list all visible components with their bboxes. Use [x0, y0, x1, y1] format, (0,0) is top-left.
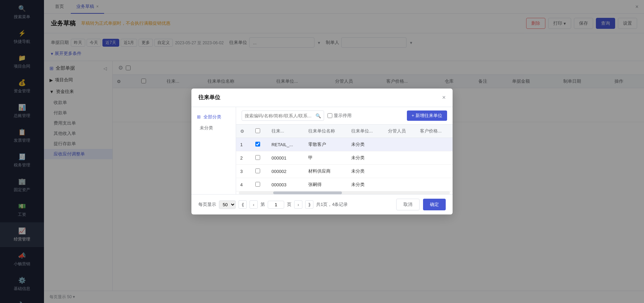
dialog-sidebar-all[interactable]: ⊞ 全部分类: [191, 111, 236, 123]
row-price: [416, 165, 453, 178]
row-manager: [384, 151, 416, 165]
dialog-table-wrap: ⚙ 往来... 往来单位名称 往来单位... 分管人员 客户价格...: [236, 125, 453, 191]
pagination: 每页显示 50 ⟪ ‹ 第 页 › ⟫ 共1页，4条记录: [198, 200, 348, 209]
page-number-input[interactable]: [268, 201, 284, 209]
dialog-header: 往来单位 ×: [191, 89, 453, 107]
dialog-table: ⚙ 往来... 往来单位名称 往来单位... 分管人员 客户价格...: [236, 125, 453, 191]
dialog-toolbar: 🔍 显示停用 + 新增往来单位: [236, 107, 453, 125]
row-name: 张嗣得: [304, 178, 347, 191]
dialog-main-area: 🔍 显示停用 + 新增往来单位 ⚙: [236, 107, 453, 194]
dialog-sidebar: ⊞ 全部分类 未分类: [191, 107, 236, 194]
row-price: [416, 178, 453, 191]
search-input[interactable]: [245, 113, 313, 118]
table-row[interactable]: 2 000001 甲 未分类: [236, 151, 453, 165]
row-code: 000003: [267, 178, 304, 191]
row-checkbox[interactable]: [255, 182, 260, 187]
show-disabled-checkbox[interactable]: [327, 113, 332, 118]
last-page-button[interactable]: ⟫: [305, 200, 313, 209]
first-page-button[interactable]: ⟪: [238, 200, 247, 209]
row-index: 4: [236, 178, 251, 191]
show-disabled-label: 显示停用: [327, 113, 352, 119]
scrollbar-thumb: [273, 191, 342, 194]
dialog-footer: 每页显示 50 ⟪ ‹ 第 页 › ⟫ 共1页，4条记录 取消 确定: [191, 194, 453, 214]
modal-overlay: 往来单位 × ⊞ 全部分类 未分类 🔍: [0, 0, 644, 303]
add-partner-button[interactable]: + 新增往来单位: [407, 110, 447, 121]
row-category: 未分类: [347, 151, 384, 165]
dialog-body: ⊞ 全部分类 未分类 🔍 显示停用 + 新增往来单位: [191, 107, 453, 194]
row-category: 未分类: [347, 165, 384, 178]
row-name: 材料供应商: [304, 165, 347, 178]
table-row[interactable]: 3 000002 材料供应商 未分类: [236, 165, 453, 178]
row-name: 甲: [304, 151, 347, 165]
row-index: 1: [236, 138, 251, 151]
row-index: 3: [236, 165, 251, 178]
row-price: [416, 138, 453, 151]
row-checkbox[interactable]: [255, 142, 260, 147]
row-name: 零散客户: [304, 138, 347, 151]
dialog-header-checkbox[interactable]: [255, 128, 260, 133]
row-code: 000001: [267, 151, 304, 165]
row-category: 未分类: [347, 178, 384, 191]
grid-icon-small: ⊞: [197, 114, 201, 119]
row-checkbox[interactable]: [255, 155, 260, 160]
search-icon: 🔍: [315, 113, 321, 118]
dcol-manager: 分管人员: [384, 125, 416, 138]
dcol-price: 客户价格...: [416, 125, 453, 138]
row-manager: [384, 138, 416, 151]
dcol-checkbox: [251, 125, 267, 138]
row-manager: [384, 165, 416, 178]
table-row[interactable]: 1 RETAIL_... 零散客户 未分类: [236, 138, 453, 151]
dcol-code: 往来...: [267, 125, 304, 138]
row-price: [416, 151, 453, 165]
row-checkbox[interactable]: [255, 168, 260, 173]
cancel-button[interactable]: 取消: [396, 199, 420, 210]
prev-page-button[interactable]: ‹: [249, 200, 258, 209]
dialog-action-buttons: 取消 确定: [396, 199, 446, 210]
row-category: 未分类: [347, 138, 384, 151]
search-box: 🔍: [242, 110, 324, 121]
row-code: 000002: [267, 165, 304, 178]
next-page-button[interactable]: ›: [294, 200, 302, 209]
table-row[interactable]: 4 000003 张嗣得 未分类: [236, 178, 453, 191]
dialog-sidebar-uncategorized[interactable]: 未分类: [191, 123, 236, 133]
dcol-settings: ⚙: [236, 125, 251, 138]
row-manager: [384, 178, 416, 191]
dcol-name: 往来单位名称: [304, 125, 347, 138]
page-size-select[interactable]: 50: [219, 200, 236, 209]
row-code: RETAIL_...: [267, 138, 304, 151]
dcol-category: 往来单位...: [347, 125, 384, 138]
horizontal-scrollbar[interactable]: [239, 191, 450, 194]
dialog-close-button[interactable]: ×: [442, 94, 446, 101]
row-index: 2: [236, 151, 251, 165]
confirm-button[interactable]: 确定: [423, 199, 446, 210]
partner-dialog: 往来单位 × ⊞ 全部分类 未分类 🔍: [191, 89, 453, 214]
dialog-title: 往来单位: [198, 94, 220, 101]
